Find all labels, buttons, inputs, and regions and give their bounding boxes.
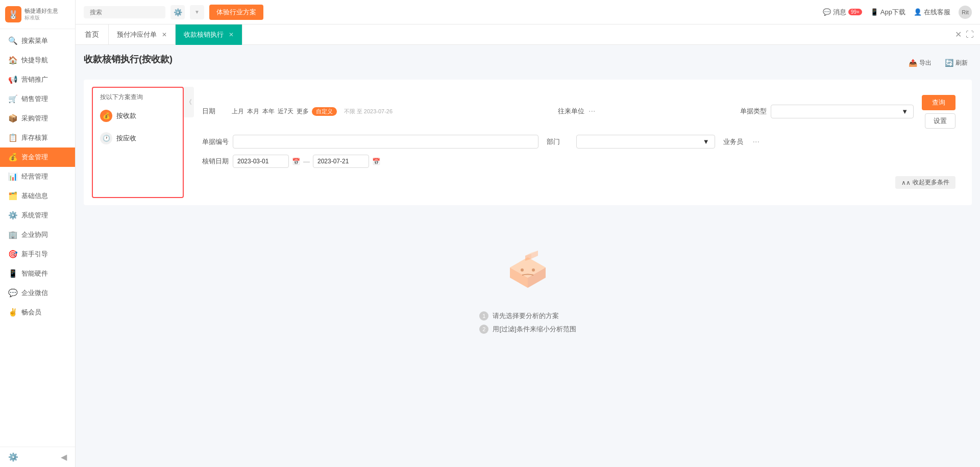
salesperson-field: 业务员 ··· (723, 137, 892, 146)
expand-icon[interactable]: ⛶ (966, 30, 974, 39)
collapse-more-btn[interactable]: ∧∧ 收起更多条件 (895, 176, 955, 189)
this-year-btn[interactable]: 本年 (262, 107, 275, 116)
hardware-icon: 📱 (8, 269, 17, 278)
query-btn[interactable]: 查询 (922, 95, 955, 110)
sidebar-item-label: 新手引导 (21, 250, 48, 259)
tab-prepay-label: 预付冲应付单 (117, 30, 157, 39)
search-row-3: 核销日期 📅 — 📅 (202, 155, 955, 168)
department-field: 部门 ▼ (547, 135, 715, 149)
topbar: ⚙️ ▼ 体验行业方案 💬 消息 99+ 📱 App下载 👤 在线客服 Rit (76, 0, 980, 24)
sidebar-item-guide[interactable]: 🎯 新手引导 (0, 244, 75, 264)
voucher-type-label: 单据类型 (740, 107, 767, 116)
hint-num-1: 1 (479, 311, 488, 321)
filter-sidebar: 按以下方案查询 💰 按收款 🕐 按应收 (92, 87, 184, 198)
enterprise-icon: 🏢 (8, 230, 17, 239)
filter-by-receivable[interactable]: 🕐 按应收 (93, 127, 183, 150)
refresh-btn[interactable]: 🔄 刷新 (941, 57, 972, 69)
sidebar-item-label: 销售管理 (21, 94, 48, 104)
hint-num-2: 2 (479, 325, 488, 334)
settings-footer-icon[interactable]: ⚙️ (8, 452, 18, 462)
calendar-end-icon[interactable]: 📅 (372, 158, 380, 165)
filter-by-receivable-label: 按应收 (116, 134, 136, 143)
last-7days-btn[interactable]: 近7天 (278, 107, 293, 116)
sidebar-item-operation[interactable]: 📊 经营管理 (0, 167, 75, 186)
custom-date-tag[interactable]: 自定义 (312, 107, 337, 116)
sidebar-item-label: 畅会员 (21, 308, 41, 317)
topbar-left: ⚙️ ▼ 体验行业方案 (84, 5, 263, 20)
salesperson-picker-btn[interactable]: ··· (753, 137, 760, 146)
topbar-settings-icon[interactable]: ⚙️ (170, 5, 185, 19)
empty-hint-1: 1 请先选择要分析的方案 (479, 311, 576, 321)
sidebar-item-system[interactable]: ⚙️ 系统管理 (0, 206, 75, 225)
empty-state: 1 请先选择要分析的方案 2 用[过滤]条件来缩小分析范围 (84, 211, 972, 364)
sidebar-item-label: 智能硬件 (21, 269, 48, 278)
sidebar-item-label: 系统管理 (21, 211, 48, 220)
topbar-right: 💬 消息 99+ 📱 App下载 👤 在线客服 Rit (823, 6, 972, 19)
solution-btn[interactable]: 体验行业方案 (209, 5, 263, 20)
message-icon: 💬 (823, 8, 831, 16)
voucher-no-input[interactable] (233, 135, 538, 149)
filter-sidebar-title: 按以下方案查询 (93, 88, 183, 105)
voucher-no-field: 单据编号 (202, 135, 538, 149)
close-tab-icon[interactable]: ✕ (955, 30, 962, 39)
sidebar-item-inventory[interactable]: 📋 库存核算 (0, 128, 75, 148)
sidebar-item-purchase[interactable]: 📦 采购管理 (0, 109, 75, 128)
sidebar-item-member[interactable]: ✌️ 畅会员 (0, 303, 75, 322)
dropdown-icon[interactable]: ▼ (190, 5, 204, 19)
sidebar-item-enterprise[interactable]: 🏢 企业协同 (0, 225, 75, 244)
settings-form-btn[interactable]: 设置 (925, 113, 955, 129)
purchase-icon: 📦 (8, 114, 17, 123)
operation-icon: 📊 (8, 172, 17, 181)
service-icon: 👤 (914, 8, 922, 16)
tab-prepay-close[interactable]: ✕ (162, 31, 167, 38)
tabbar-actions: ✕ ⛶ (949, 30, 980, 39)
calendar-start-icon[interactable]: 📅 (292, 158, 300, 165)
customer-service-label: 在线客服 (924, 8, 950, 17)
department-label: 部门 (547, 137, 572, 146)
refresh-label: 刷新 (955, 59, 968, 67)
this-month-btn[interactable]: 本月 (247, 107, 259, 116)
sidebar-item-search[interactable]: 🔍 搜索菜单 (0, 31, 75, 51)
customer-service-btn[interactable]: 👤 在线客服 (914, 8, 950, 17)
more-date-btn[interactable]: 更多 (297, 107, 309, 116)
message-btn[interactable]: 💬 消息 99+ (823, 8, 862, 17)
cancel-date-start[interactable] (233, 155, 289, 168)
last-month-btn[interactable]: 上月 (232, 107, 244, 116)
tab-receipt-cancel-close[interactable]: ✕ (229, 31, 234, 38)
sidebar-item-label: 营销推广 (21, 75, 48, 84)
sidebar-item-label: 基础信息 (21, 191, 48, 201)
date-separator: — (303, 158, 310, 165)
search-row-1: 日期 上月 本月 本年 近7天 更多 自定义 不限 至 2023-07-26 (202, 94, 955, 129)
svg-point-4 (532, 268, 535, 272)
tab-prepay[interactable]: 预付冲应付单 ✕ (109, 24, 176, 45)
filter-by-receipt[interactable]: 💰 按收款 (93, 105, 183, 127)
global-search-input[interactable] (84, 6, 165, 18)
department-select[interactable]: ▼ (576, 135, 715, 149)
marketing-icon: 📢 (8, 75, 17, 84)
user-info[interactable]: Rit (959, 6, 972, 19)
tab-receipt-cancel[interactable]: 收款核销执行 ✕ (176, 24, 242, 45)
sidebar-item-wechat[interactable]: 💬 企业微信 (0, 283, 75, 303)
date-label: 日期 (202, 107, 228, 116)
filter-collapse-btn[interactable]: 《 (184, 87, 194, 117)
dept-select-arrow-icon: ▼ (703, 138, 709, 145)
empty-text-area: 1 请先选择要分析的方案 2 用[过滤]条件来缩小分析范围 (479, 311, 576, 334)
sidebar-item-label: 搜索菜单 (21, 36, 48, 45)
tab-home[interactable]: 首页 (76, 24, 109, 45)
receipt-filter-icon: 💰 (100, 110, 112, 122)
sidebar-item-hardware[interactable]: 📱 智能硬件 (0, 264, 75, 283)
sidebar-item-quick-nav[interactable]: 🏠 快捷导航 (0, 51, 75, 70)
sidebar-item-basic[interactable]: 🗂️ 基础信息 (0, 186, 75, 206)
guide-icon: 🎯 (8, 250, 17, 259)
counterpart-picker-btn[interactable]: ··· (589, 107, 595, 116)
export-btn[interactable]: 📤 导出 (904, 57, 936, 69)
sidebar-item-sales[interactable]: 🛒 销售管理 (0, 89, 75, 109)
app-name: 畅捷通好生意 (24, 7, 58, 14)
app-download-btn[interactable]: 📱 App下载 (870, 8, 905, 17)
sidebar-item-finance[interactable]: 💰 资金管理 (0, 148, 75, 167)
collapse-sidebar-icon[interactable]: ◀ (61, 452, 67, 462)
sidebar-item-marketing[interactable]: 📢 营销推广 (0, 70, 75, 89)
voucher-type-select[interactable]: ▼ (771, 105, 914, 118)
cancel-date-end[interactable] (313, 155, 369, 168)
collapse-up-icon: ∧∧ (901, 179, 911, 186)
